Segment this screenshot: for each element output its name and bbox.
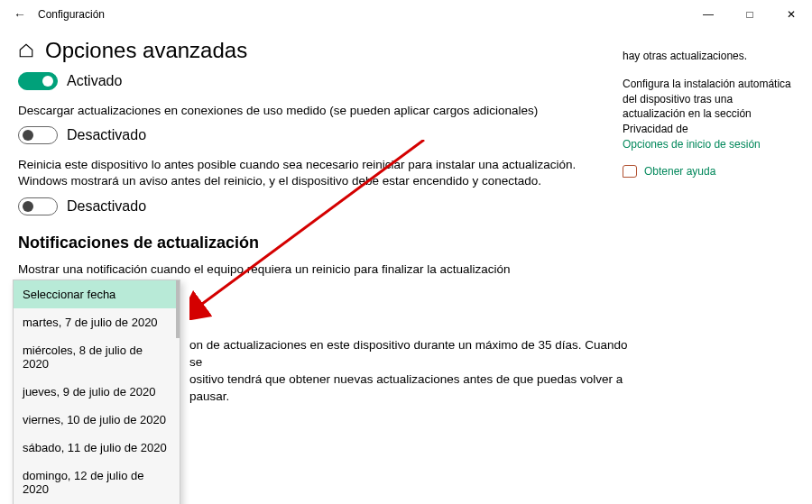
pause-line2: ositivo tendrá que obtener nuevas actual… [189, 372, 623, 403]
dropdown-item[interactable]: sábado, 11 de julio de 2020 [14, 434, 180, 462]
toggle-restart[interactable] [18, 197, 58, 215]
close-button[interactable]: ✕ [770, 0, 812, 29]
metered-desc: Descargar actualizaciones en conexiones … [18, 103, 623, 119]
main-panel: Opciones avanzadas Activado Descargar ac… [18, 38, 623, 281]
back-icon[interactable]: ← [9, 7, 31, 22]
side-text-1: hay otras actualizaciones. [623, 49, 794, 64]
window-title: Configuración [38, 8, 105, 21]
window-controls: ― □ ✕ [687, 0, 812, 29]
home-icon[interactable] [18, 42, 34, 59]
date-dropdown[interactable]: Seleccionar fecha martes, 7 de julio de … [13, 279, 180, 504]
dropdown-item[interactable]: domingo, 12 de julio de 2020 [14, 462, 180, 503]
section-notifications-heading: Notificaciones de actualización [18, 234, 623, 252]
side-text-2a: Configura la instalación automática del … [623, 78, 791, 135]
toggle-activado-label: Activado [67, 73, 122, 89]
get-help-link[interactable]: Obtener ayuda [623, 165, 794, 178]
dropdown-item[interactable]: martes, 7 de julio de 2020 [14, 308, 180, 336]
dropdown-item-select[interactable]: Seleccionar fecha [14, 280, 180, 308]
restart-desc: Reinicia este dispositivo lo antes posib… [18, 157, 623, 189]
pause-updates-desc: on de actualizaciones en este dispositiv… [189, 337, 632, 406]
dropdown-scrollbar[interactable] [176, 280, 180, 338]
get-help-label: Obtener ayuda [644, 165, 715, 178]
toggle-activado[interactable] [18, 72, 58, 90]
toggle-metered-label: Desactivado [67, 127, 146, 143]
chat-icon [623, 165, 637, 178]
side-panel: hay otras actualizaciones. Configura la … [623, 38, 794, 281]
dropdown-item[interactable]: viernes, 10 de julio de 2020 [14, 406, 180, 434]
dropdown-item[interactable]: miércoles, 8 de julio de 2020 [14, 336, 180, 378]
minimize-button[interactable]: ― [687, 0, 729, 29]
toggle-metered[interactable] [18, 126, 58, 144]
maximize-button[interactable]: □ [729, 0, 770, 29]
side-text-2: Configura la instalación automática del … [623, 77, 794, 152]
notif-desc: Mostrar una notificación cuando el equip… [18, 261, 623, 278]
page-title: Opciones avanzadas [45, 38, 247, 63]
signin-options-link[interactable]: Opciones de inicio de sesión [623, 138, 761, 151]
toggle-restart-label: Desactivado [67, 198, 146, 215]
pause-line1: on de actualizaciones en este dispositiv… [189, 338, 628, 369]
dropdown-item[interactable]: jueves, 9 de julio de 2020 [14, 378, 180, 406]
